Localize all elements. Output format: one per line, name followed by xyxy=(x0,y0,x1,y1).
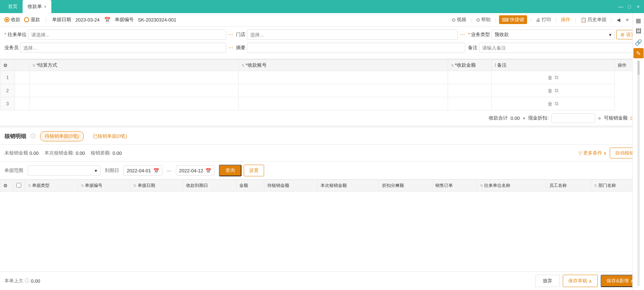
video-label: 视频 xyxy=(457,16,466,23)
close-button[interactable]: × xyxy=(635,4,641,9)
prev-layout-icon[interactable]: ◀ xyxy=(615,16,622,23)
info-icon[interactable]: ⓘ xyxy=(31,133,36,140)
number-label: 单据编号 xyxy=(115,16,134,23)
total-label: 收款合计 xyxy=(489,115,508,121)
query-button[interactable]: 查询 xyxy=(219,165,242,176)
row-1-copy-icon[interactable]: ⧉ xyxy=(555,74,558,81)
row-2-remark[interactable] xyxy=(448,84,491,97)
th-account: ⇅ *收款账号 xyxy=(239,60,448,71)
vth-checkbox[interactable] xyxy=(13,180,25,192)
row-1-remark[interactable] xyxy=(448,71,491,84)
summary-field-group: 摘要 xyxy=(236,43,465,53)
save-draft-button[interactable]: 保存草稿 ∧ xyxy=(563,275,598,287)
sidebar-scrollbar[interactable] xyxy=(637,60,640,286)
operation-button[interactable]: 操作 xyxy=(559,16,572,24)
row-3-account[interactable] xyxy=(30,97,239,110)
vth-pending: 待核销金额 xyxy=(264,180,318,192)
date-label: 单据日期 xyxy=(52,16,71,23)
row-2-amount[interactable] xyxy=(239,84,448,97)
help-button[interactable]: ⊙ 帮助 xyxy=(475,16,492,24)
tab-pending[interactable]: 待核销单据(0笔) xyxy=(40,131,84,141)
tab-home[interactable]: 首页 xyxy=(3,0,23,13)
tab-receipt[interactable]: 收款单 × xyxy=(23,0,51,13)
tab-close-icon[interactable]: × xyxy=(44,4,46,9)
sidebar-image-icon[interactable]: 🖼 xyxy=(633,26,644,36)
row-3-num: 3 xyxy=(0,97,15,110)
summary-row: 收款合计 0.00 + 现金折扣: = 可核销金额 0.00 xyxy=(0,110,644,126)
radio-group: 收款 退款 xyxy=(4,16,40,23)
staff-more-icon[interactable]: ··· xyxy=(228,44,233,51)
radio-receipt[interactable]: 收款 xyxy=(4,16,20,23)
print-button[interactable]: 🖨 打印 xyxy=(534,16,553,24)
tab-verified[interactable]: 已核销单据(0笔) xyxy=(88,131,132,141)
staff-label: 业务员 xyxy=(4,44,19,51)
video-button[interactable]: ⊙ 视频 xyxy=(450,16,468,24)
row-2-account[interactable] xyxy=(30,84,239,97)
form-row-1: 往来单位 ··· 门店 ··· 业务类型 预收款 ▾ ⚙ 设置 xyxy=(4,30,640,40)
history-button[interactable]: 📋 历史单据 xyxy=(579,16,608,24)
partner-more-icon[interactable]: ··· xyxy=(228,31,233,38)
row-3-delete-icon[interactable]: 🗑 xyxy=(547,101,553,107)
chevron-up-icon: ∧ xyxy=(589,278,592,284)
total-value: 0.00 xyxy=(511,115,520,121)
diff-stat: 核销差额: 0.00 xyxy=(91,150,122,156)
row-1-account[interactable] xyxy=(30,71,239,84)
maximize-button[interactable]: □ xyxy=(627,4,632,9)
verification-section: 核销明细 ⓘ 待核销单据(0笔) 已核销单据(0笔) 未核销金额 0.00 本次… xyxy=(0,126,644,271)
row-3-amount[interactable] xyxy=(239,97,448,110)
sidebar-edit-icon[interactable]: ✎ xyxy=(633,48,644,58)
sort-icon: ⇅ xyxy=(32,63,35,67)
row-1-settle[interactable] xyxy=(15,71,30,84)
shortcut-button[interactable]: ⌨ 快捷键 xyxy=(499,15,527,24)
store-input[interactable] xyxy=(247,30,458,40)
bottom-buttons: 放弃 保存草稿 ∧ 保存&新增 ∧ xyxy=(535,275,640,287)
th-gear[interactable]: ⚙ xyxy=(0,60,15,71)
tab-pending-label: 待核销单据(0笔) xyxy=(45,133,79,139)
row-3-settle[interactable] xyxy=(15,97,30,110)
more-conditions-button[interactable]: ▽ 更多条件 ∧ xyxy=(578,150,607,156)
operation-label: 操作 xyxy=(561,16,570,23)
list-layout-icon[interactable]: ≡ xyxy=(624,16,631,23)
summary-input[interactable] xyxy=(247,43,465,53)
vth-gear[interactable]: ⚙ xyxy=(0,180,13,192)
sidebar-table-icon[interactable]: ▦ xyxy=(633,15,644,26)
remark-input[interactable] xyxy=(479,43,640,53)
store-more-icon[interactable]: ··· xyxy=(460,31,465,38)
th-num xyxy=(15,60,30,71)
discard-button[interactable]: 放弃 xyxy=(535,275,560,287)
store-field-group: 门店 ··· xyxy=(236,30,465,40)
select-all-checkbox[interactable] xyxy=(16,183,21,188)
due-date-label: 到期日 xyxy=(105,167,119,174)
date-to-field[interactable]: 2022-04-12 📅 xyxy=(176,165,215,176)
filter-settings-button[interactable]: 设置 xyxy=(244,165,264,176)
diff-label: 核销差额: xyxy=(91,150,111,156)
verifiable-label: 可核销金额 xyxy=(604,115,628,121)
row-1-amount[interactable] xyxy=(239,71,448,84)
table-row: 2 🗑 ⧉ xyxy=(0,84,644,97)
radio-refund[interactable]: 退款 xyxy=(24,16,40,23)
stat-right: ▽ 更多条件 ∧ 自动核销 xyxy=(578,148,640,158)
minimize-button[interactable]: — xyxy=(618,4,624,9)
help-icon: ⊙ xyxy=(476,17,480,23)
row-2-delete-icon[interactable]: 🗑 xyxy=(547,88,553,94)
partner-input[interactable] xyxy=(28,30,226,40)
row-3-remark[interactable] xyxy=(448,97,491,110)
sidebar-link-icon[interactable]: 🔗 xyxy=(633,37,644,47)
divider-1 xyxy=(46,17,46,23)
row-3-copy-icon[interactable]: ⧉ xyxy=(555,101,558,107)
filter-row: 单据范围 ▾ 到期日 2022-04-01 📅 — 2022-04-12 📅 查… xyxy=(0,162,644,180)
row-2-copy-icon[interactable]: ⧉ xyxy=(555,87,558,94)
row-2-settle[interactable] xyxy=(15,84,30,97)
radio-refund-label: 退款 xyxy=(31,16,40,23)
discount-label: 现金折扣: xyxy=(528,115,549,121)
tab-receipt-label: 收款单 xyxy=(28,3,42,10)
tab-home-label: 首页 xyxy=(8,3,17,10)
vth-date: ⇅ 单据日期 xyxy=(130,180,183,192)
row-1-delete-icon[interactable]: 🗑 xyxy=(547,75,553,81)
calendar-icon[interactable]: 📅 xyxy=(104,17,110,23)
staff-input[interactable] xyxy=(20,43,226,53)
date-from-field[interactable]: 2022-04-01 📅 xyxy=(123,165,162,176)
discount-input[interactable] xyxy=(551,113,595,123)
business-type-dropdown[interactable]: 预收款 ▾ xyxy=(491,30,615,40)
range-dropdown[interactable]: ▾ xyxy=(28,165,101,176)
